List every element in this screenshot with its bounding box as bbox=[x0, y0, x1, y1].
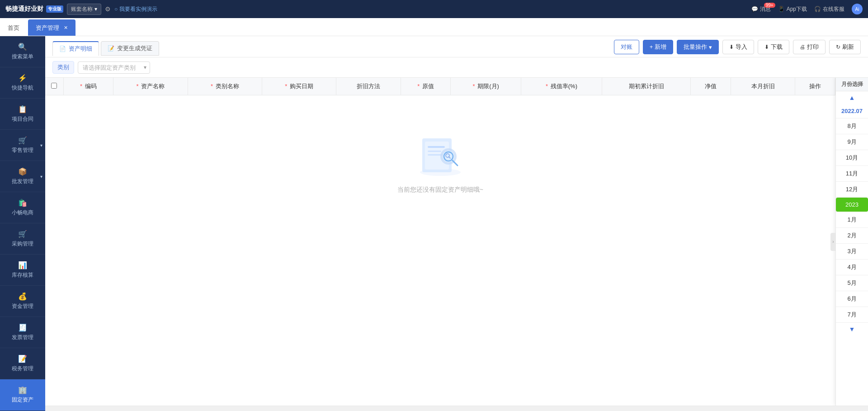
month-item-9[interactable]: 9月 bbox=[836, 134, 868, 150]
account-selector[interactable]: 账套名称 ▾ bbox=[67, 4, 101, 15]
name-required: * bbox=[137, 83, 139, 90]
sidebar-item-search[interactable]: 🔍 搜索菜单 bbox=[0, 36, 45, 67]
funds-icon: 💰 bbox=[18, 292, 27, 301]
month-item-8[interactable]: 8月 bbox=[836, 118, 868, 134]
sub-tab-asset-detail[interactable]: 📄 资产明细 bbox=[52, 41, 99, 56]
col-net-value-label: 净值 bbox=[705, 83, 717, 90]
user-avatar[interactable]: Ai bbox=[852, 4, 863, 14]
sidebar-item-project[interactable]: 📋 项目合同 bbox=[0, 99, 45, 130]
sidebar-item-fixed-assets[interactable]: 🏢 固定资产 bbox=[0, 379, 45, 411]
inventory-icon: 📊 bbox=[18, 261, 27, 269]
refresh-button[interactable]: ↻ 刷新 bbox=[829, 40, 861, 54]
sidebar-item-invoice[interactable]: 🧾 发票管理 bbox=[0, 317, 45, 348]
sidebar-item-tax[interactable]: 📝 税务管理 bbox=[0, 348, 45, 379]
refresh-icon: ↻ bbox=[836, 44, 840, 50]
settings-icon[interactable]: ⚙ bbox=[105, 5, 111, 13]
category-label-text: 类别 bbox=[57, 63, 69, 71]
dropdown-icon: ▾ bbox=[94, 6, 97, 12]
sub-tab-change-voucher[interactable]: 📝 变更生成凭证 bbox=[101, 41, 159, 56]
import-button[interactable]: ⬇ 导入 bbox=[722, 40, 754, 54]
ecommerce-icon: 🛍️ bbox=[18, 198, 27, 207]
print-icon: 🖨 bbox=[800, 44, 805, 50]
month-item-2[interactable]: 2月 bbox=[836, 228, 868, 244]
sub-tabs: 📄 资产明细 📝 变更生成凭证 对账 + 新增 批量操作 ▾ bbox=[45, 36, 868, 57]
app-download-button[interactable]: 📱 App下载 bbox=[778, 5, 807, 13]
add-button[interactable]: + 新增 bbox=[643, 40, 673, 54]
month-item-2023[interactable]: 2023 bbox=[836, 198, 868, 212]
messages-button[interactable]: 💬 消息 99+ bbox=[751, 5, 771, 13]
purchase-icon: 🛒 bbox=[18, 230, 27, 238]
sidebar-label-project: 项目合同 bbox=[12, 115, 33, 123]
month-item-6[interactable]: 6月 bbox=[836, 291, 868, 307]
demo-circle-icon: ○ bbox=[114, 6, 118, 12]
svg-rect-4 bbox=[428, 151, 441, 152]
tab-home[interactable]: 首页 bbox=[0, 19, 27, 36]
month-item-5[interactable]: 5月 bbox=[836, 275, 868, 291]
sidebar-item-quick-nav[interactable]: ⚡ 快捷导航 bbox=[0, 67, 45, 99]
col-category: * 类别名称 bbox=[188, 78, 262, 95]
sidebar-item-wholesale[interactable]: 📦 批发管理 bbox=[0, 161, 45, 192]
bottom-scrollbar[interactable] bbox=[45, 406, 868, 411]
sidebar-label-retail: 零售管理 bbox=[12, 146, 33, 154]
table-header-row: * 编码 * 资产名称 * 类别名称 bbox=[45, 78, 835, 95]
month-item-10[interactable]: 10月 bbox=[836, 150, 868, 166]
app-name: 畅捷通好业财 专业版 bbox=[5, 5, 63, 13]
add-label: + 新增 bbox=[650, 43, 666, 51]
category-label-badge: 类别 bbox=[52, 61, 74, 74]
sidebar-item-ecommerce[interactable]: 🛍️ 小畅电商 bbox=[0, 192, 45, 223]
print-button[interactable]: 🖨 打印 bbox=[793, 40, 826, 54]
table-body: 当前您还没有固定资产明细哦~ bbox=[45, 95, 835, 231]
sidebar-label-fixed-assets: 固定资产 bbox=[12, 396, 33, 404]
retail-icon: 🛒 bbox=[18, 136, 27, 145]
refresh-label: 刷新 bbox=[842, 43, 854, 51]
month-item-1[interactable]: 1月 bbox=[836, 212, 868, 228]
category-select[interactable]: 请选择固定资产类别 全部 房屋建筑物 机器设备 运输工具 电子设备 其他 bbox=[78, 61, 150, 74]
reconcile-label: 对账 bbox=[621, 43, 632, 51]
sidebar-item-retail[interactable]: 🛒 零售管理 bbox=[0, 130, 45, 161]
table-month-wrapper: * 编码 * 资产名称 * 类别名称 bbox=[45, 78, 868, 406]
search-icon: 🔍 bbox=[18, 43, 27, 51]
message-icon: 💬 bbox=[751, 6, 758, 12]
empty-row: 当前您还没有固定资产明细哦~ bbox=[45, 95, 835, 231]
batch-button[interactable]: 批量操作 ▾ bbox=[677, 40, 719, 54]
month-nav-up[interactable]: ▲ bbox=[846, 93, 858, 102]
reconcile-button[interactable]: 对账 bbox=[614, 40, 639, 54]
sidebar-item-funds[interactable]: 💰 资金管理 bbox=[0, 286, 45, 317]
filter-bar: 类别 请选择固定资产类别 全部 房屋建筑物 机器设备 运输工具 电子设备 其他 bbox=[45, 57, 868, 78]
month-year-label[interactable]: 2022.07 bbox=[836, 104, 868, 118]
tax-icon: 📝 bbox=[18, 354, 27, 363]
month-item-7[interactable]: 7月 bbox=[836, 307, 868, 323]
app-download-label: App下载 bbox=[787, 5, 807, 13]
asset-detail-tab-icon: 📄 bbox=[59, 46, 66, 52]
assets-table: * 编码 * 资产名称 * 类别名称 bbox=[45, 78, 835, 230]
month-nav-down[interactable]: ▼ bbox=[846, 325, 858, 334]
sidebar-label-purchase: 采购管理 bbox=[12, 240, 33, 248]
category-select-wrapper: 请选择固定资产类别 全部 房屋建筑物 机器设备 运输工具 电子设备 其他 bbox=[78, 61, 150, 74]
sidebar-item-purchase[interactable]: 🛒 采购管理 bbox=[0, 223, 45, 255]
sidebar-item-inventory[interactable]: 📊 库存核算 bbox=[0, 255, 45, 286]
tab-asset-label: 资产管理 bbox=[36, 24, 59, 32]
sub-tab-asset-detail-label: 资产明细 bbox=[69, 45, 92, 53]
demo-link[interactable]: ○ 我要看实例演示 bbox=[114, 5, 157, 13]
code-required: * bbox=[80, 83, 82, 90]
app-title: 畅捷通好业财 bbox=[5, 5, 43, 13]
empty-illustration bbox=[413, 132, 467, 177]
sub-tab-change-voucher-label: 变更生成凭证 bbox=[117, 44, 152, 52]
download-label: 下载 bbox=[771, 43, 783, 51]
download-button[interactable]: ⬇ 下载 bbox=[758, 40, 789, 54]
col-net-value: 净值 bbox=[691, 78, 731, 95]
online-support-button[interactable]: 🎧 在线客服 bbox=[814, 5, 844, 13]
col-monthly-depreciation: 本月折旧 bbox=[731, 78, 795, 95]
month-item-4[interactable]: 4月 bbox=[836, 260, 868, 275]
month-item-3[interactable]: 3月 bbox=[836, 244, 868, 260]
month-panel: › 月份选择 ▲ 2022.07 8月 9月 10月 11月 12月 2023 … bbox=[835, 78, 868, 406]
select-all-checkbox[interactable] bbox=[51, 83, 57, 89]
fixed-assets-icon: 🏢 bbox=[18, 386, 27, 394]
month-item-12[interactable]: 12月 bbox=[836, 182, 868, 198]
month-item-11[interactable]: 11月 bbox=[836, 166, 868, 182]
tab-asset-management[interactable]: 资产管理 ✕ bbox=[28, 19, 75, 36]
panel-collapse-button[interactable]: › bbox=[830, 233, 836, 251]
month-panel-title: 月份选择 bbox=[836, 78, 868, 91]
tab-close-icon[interactable]: ✕ bbox=[64, 25, 68, 31]
col-name-label: 资产名称 bbox=[141, 83, 165, 90]
